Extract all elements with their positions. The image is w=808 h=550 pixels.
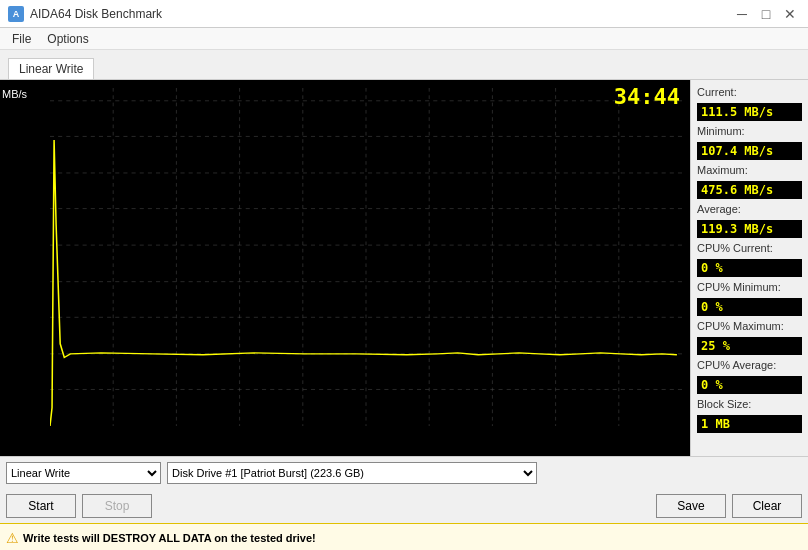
minimize-button[interactable]: ─ <box>732 4 752 24</box>
warning-bar: ⚠ Write tests will DESTROY ALL DATA on t… <box>0 523 808 550</box>
menu-file[interactable]: File <box>4 30 39 48</box>
cpu-current-label: CPU% Current: <box>697 242 802 254</box>
bottom-controls: Linear Write Linear Read Random Read Ran… <box>0 456 808 523</box>
cpu-minimum-label: CPU% Minimum: <box>697 281 802 293</box>
title-bar-left: A AIDA64 Disk Benchmark <box>8 6 162 22</box>
maximize-button[interactable]: □ <box>756 4 776 24</box>
maximum-value: 475.6 MB/s <box>697 181 802 199</box>
start-button[interactable]: Start <box>6 494 76 518</box>
block-size-label: Block Size: <box>697 398 802 410</box>
app-icon: A <box>8 6 24 22</box>
cpu-average-label: CPU% Average: <box>697 359 802 371</box>
cpu-maximum-value: 25 % <box>697 337 802 355</box>
main-content: MB/s 34:44 <box>0 80 808 456</box>
save-button[interactable]: Save <box>656 494 726 518</box>
y-axis-label: MB/s <box>2 88 27 100</box>
menu-bar: File Options <box>0 28 808 50</box>
cpu-maximum-label: CPU% Maximum: <box>697 320 802 332</box>
warning-text: Write tests will DESTROY ALL DATA on the… <box>23 532 316 544</box>
minimum-label: Minimum: <box>697 125 802 137</box>
average-label: Average: <box>697 203 802 215</box>
title-bar: A AIDA64 Disk Benchmark ─ □ ✕ <box>0 0 808 28</box>
right-panel: Current: 111.5 MB/s Minimum: 107.4 MB/s … <box>690 80 808 456</box>
title-bar-controls: ─ □ ✕ <box>732 4 800 24</box>
disk-dropdown[interactable]: Disk Drive #1 [Patriot Burst] (223.6 GB) <box>167 462 537 484</box>
cpu-current-value: 0 % <box>697 259 802 277</box>
stop-button[interactable]: Stop <box>82 494 152 518</box>
average-value: 119.3 MB/s <box>697 220 802 238</box>
cpu-average-value: 0 % <box>697 376 802 394</box>
minimum-value: 107.4 MB/s <box>697 142 802 160</box>
chart-svg: 60 120 180 240 300 360 420 480 540 0 10 … <box>50 88 682 426</box>
menu-options[interactable]: Options <box>39 30 96 48</box>
maximum-label: Maximum: <box>697 164 802 176</box>
tab-bar: Linear Write <box>0 50 808 80</box>
warning-icon: ⚠ <box>6 530 19 546</box>
window-title: AIDA64 Disk Benchmark <box>30 7 162 21</box>
close-button[interactable]: ✕ <box>780 4 800 24</box>
button-row: Start Stop Save Clear <box>0 489 808 523</box>
dropdown-row: Linear Write Linear Read Random Read Ran… <box>0 457 808 489</box>
chart-area: MB/s 34:44 <box>0 80 690 456</box>
current-value: 111.5 MB/s <box>697 103 802 121</box>
clear-button[interactable]: Clear <box>732 494 802 518</box>
current-label: Current: <box>697 86 802 98</box>
chart-timer: 34:44 <box>614 84 680 109</box>
mode-dropdown[interactable]: Linear Write Linear Read Random Read Ran… <box>6 462 161 484</box>
tab-linear-write[interactable]: Linear Write <box>8 58 94 79</box>
block-size-value: 1 MB <box>697 415 802 433</box>
cpu-minimum-value: 0 % <box>697 298 802 316</box>
